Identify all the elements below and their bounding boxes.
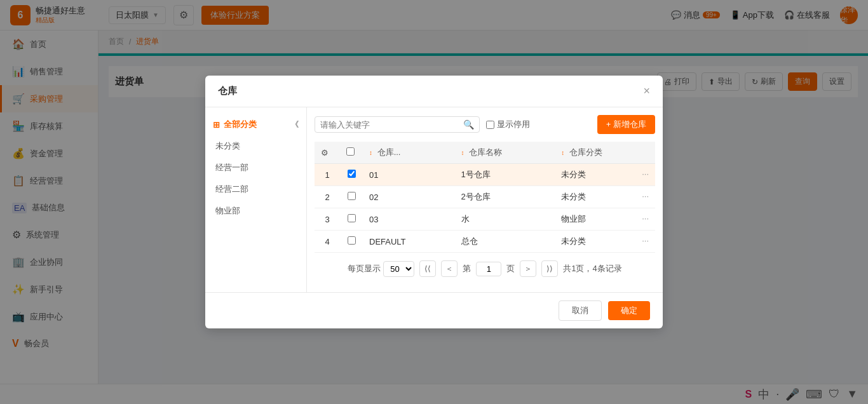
per-page-select[interactable]: 50 xyxy=(383,261,414,277)
category-panel: ⊞ 全部分类 《 未分类 经营一部 经营二部 物业部 xyxy=(205,107,307,292)
prev-page-button[interactable]: ＜ xyxy=(441,260,458,277)
new-warehouse-button[interactable]: + 新增仓库 xyxy=(597,115,655,134)
row-code: 02 xyxy=(363,186,455,208)
table-body: 1 01 1号仓库 未分类··· 2 02 2号仓库 未分类··· 3 03 水… xyxy=(315,164,655,253)
cancel-button[interactable]: 取消 xyxy=(559,300,602,321)
dialog-footer: 取消 确定 xyxy=(205,292,663,328)
pagination: 每页显示 50 ⟨⟨ ＜ 第 页 ＞ ⟩⟩ 共1页，4条记录 xyxy=(315,253,655,285)
row-checkbox-cell[interactable] xyxy=(340,208,363,231)
page-number-input[interactable] xyxy=(476,262,501,276)
th-name: ↕ 仓库名称 xyxy=(455,142,555,164)
table-row[interactable]: 3 03 水 物业部··· xyxy=(315,208,655,231)
table-header-row: ⚙ ↕ 仓库... ↕ 仓库名称 xyxy=(315,142,655,164)
category-ops2[interactable]: 经营二部 xyxy=(205,178,306,200)
first-page-button[interactable]: ⟨⟨ xyxy=(419,260,436,277)
row-num: 3 xyxy=(315,208,340,231)
th-category: ↕ 仓库分类 xyxy=(555,142,655,164)
row-category: 未分类··· xyxy=(555,231,655,253)
th-settings: ⚙ xyxy=(315,142,340,164)
category-ops1[interactable]: 经营一部 xyxy=(205,157,306,178)
more-button[interactable]: ··· xyxy=(642,169,649,178)
row-name: 水 xyxy=(455,208,555,231)
row-num: 2 xyxy=(315,186,340,208)
warehouse-dialog: 仓库 × ⊞ 全部分类 《 未分类 经营一部 经营二部 物业部 🔍 xyxy=(205,76,663,328)
row-name: 1号仓库 xyxy=(455,164,555,186)
row-checkbox-cell[interactable] xyxy=(340,231,363,253)
row-code: 03 xyxy=(363,208,455,231)
all-categories-item[interactable]: ⊞ 全部分类 《 xyxy=(205,114,306,135)
row-category: 未分类··· xyxy=(555,164,655,186)
select-all-checkbox[interactable] xyxy=(346,147,355,156)
category-unclassified[interactable]: 未分类 xyxy=(205,135,306,157)
table-header: ⚙ ↕ 仓库... ↕ 仓库名称 xyxy=(315,142,655,164)
row-num: 4 xyxy=(315,231,340,253)
row-code: 01 xyxy=(363,164,455,186)
show-disabled-checkbox[interactable]: 显示停用 xyxy=(486,119,530,130)
row-name: 总仓 xyxy=(455,231,555,253)
search-box: 🔍 xyxy=(315,116,480,133)
th-checkbox xyxy=(340,142,363,164)
disabled-checkbox[interactable] xyxy=(486,121,494,129)
search-icon: 🔍 xyxy=(463,119,474,130)
row-checkbox[interactable] xyxy=(348,236,356,245)
row-checkbox[interactable] xyxy=(348,192,356,200)
row-category: 未分类··· xyxy=(555,186,655,208)
table-toolbar: 🔍 显示停用 + 新增仓库 xyxy=(315,115,655,134)
row-checkbox-cell[interactable] xyxy=(340,164,363,186)
dialog-title: 仓库 xyxy=(218,85,237,97)
dialog-body: ⊞ 全部分类 《 未分类 经营一部 经营二部 物业部 🔍 显示停用 xyxy=(205,107,663,292)
more-button[interactable]: ··· xyxy=(642,191,649,201)
table-row[interactable]: 4 DEFAULT 总仓 未分类··· xyxy=(315,231,655,253)
row-num: 1 xyxy=(315,164,340,186)
table-row[interactable]: 1 01 1号仓库 未分类··· xyxy=(315,164,655,186)
last-page-button[interactable]: ⟩⟩ xyxy=(541,260,558,277)
dialog-header: 仓库 × xyxy=(205,76,663,107)
more-button[interactable]: ··· xyxy=(642,213,649,223)
next-page-button[interactable]: ＞ xyxy=(520,260,536,277)
category-property[interactable]: 物业部 xyxy=(205,200,306,222)
more-button[interactable]: ··· xyxy=(642,236,649,245)
search-input[interactable] xyxy=(320,120,463,130)
row-category: 物业部··· xyxy=(555,208,655,231)
th-code: ↕ 仓库... xyxy=(363,142,455,164)
row-checkbox[interactable] xyxy=(348,170,356,178)
warehouse-table: ⚙ ↕ 仓库... ↕ 仓库名称 xyxy=(315,142,655,253)
row-code: DEFAULT xyxy=(363,231,455,253)
row-name: 2号仓库 xyxy=(455,186,555,208)
collapse-icon[interactable]: 《 xyxy=(291,119,299,130)
row-checkbox-cell[interactable] xyxy=(340,186,363,208)
row-checkbox[interactable] xyxy=(348,214,356,222)
gear-th-icon: ⚙ xyxy=(321,148,329,158)
table-row[interactable]: 2 02 2号仓库 未分类··· xyxy=(315,186,655,208)
grid-icon: ⊞ xyxy=(213,120,220,130)
dialog-close-button[interactable]: × xyxy=(643,84,650,98)
confirm-button[interactable]: 确定 xyxy=(608,301,650,320)
table-panel: 🔍 显示停用 + 新增仓库 ⚙ xyxy=(307,107,663,292)
page-size-selector: 每页显示 50 xyxy=(348,261,414,277)
